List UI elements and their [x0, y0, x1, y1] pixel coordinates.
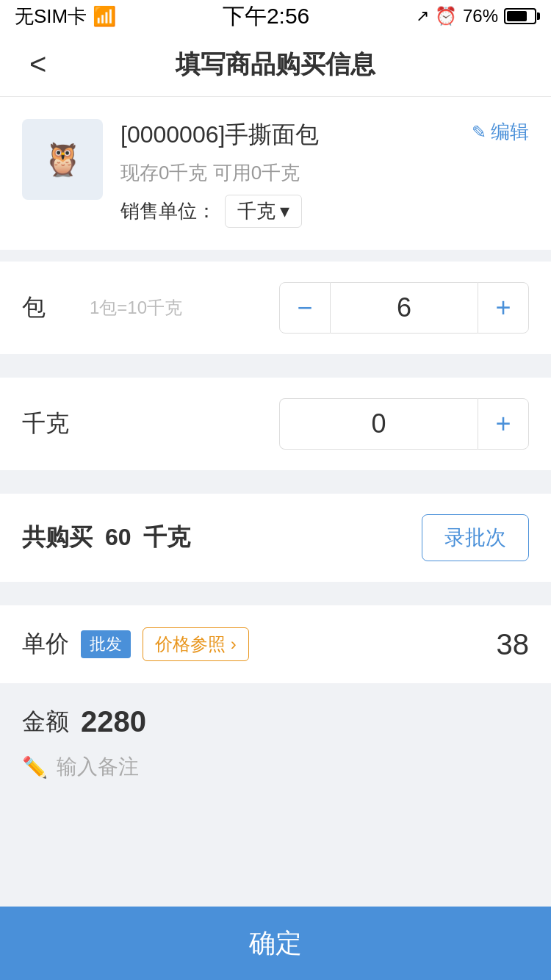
- time-label: 下午2:56: [223, 1, 309, 32]
- page-title: 填写商品购买信息: [176, 48, 375, 82]
- confirm-button[interactable]: 确定: [0, 907, 551, 980]
- note-row[interactable]: ✏️ 输入备注: [22, 753, 529, 781]
- bag-label: 包: [22, 292, 81, 324]
- bag-input-section: 包 1包=10千克 − +: [0, 262, 551, 354]
- batch-button[interactable]: 录批次: [422, 514, 529, 561]
- kg-quantity-control: +: [279, 398, 529, 450]
- amount-label: 金额: [22, 706, 69, 738]
- nav-bar: < 填写商品购买信息: [0, 32, 551, 97]
- product-image: 🦉: [22, 119, 103, 200]
- price-label: 单价: [22, 628, 69, 660]
- bag-input-row: 包 1包=10千克 − +: [0, 262, 551, 354]
- dropdown-arrow-icon: ▾: [280, 200, 289, 223]
- kg-quantity-input[interactable]: [279, 398, 478, 450]
- price-value: 38: [497, 628, 530, 661]
- product-info: [0000006]手撕面包 ✎ 编辑 现存0千克 可用0千克 销售单位： 千克 …: [120, 119, 529, 228]
- battery-icon: [504, 8, 536, 24]
- bag-hint: 1包=10千克: [90, 296, 182, 320]
- edit-icon: ✎: [472, 122, 486, 143]
- divider-3: [0, 594, 551, 605]
- price-type-tag: 批发: [81, 630, 131, 658]
- kg-plus-button[interactable]: +: [478, 398, 529, 450]
- back-button[interactable]: <: [22, 40, 54, 88]
- status-bar: 无SIM卡 📶 下午2:56 ↗ ⏰ 76%: [0, 0, 551, 32]
- price-ref-button[interactable]: 价格参照 ›: [143, 627, 249, 661]
- note-placeholder[interactable]: 输入备注: [57, 753, 139, 781]
- product-logo-icon: 🦉: [43, 140, 83, 179]
- kg-input-row: 千克 +: [0, 378, 551, 470]
- location-icon: ↗: [416, 7, 429, 26]
- kg-input-section: 千克 +: [0, 378, 551, 470]
- price-left: 单价 批发 价格参照 ›: [22, 627, 249, 661]
- amount-value: 2280: [81, 705, 146, 738]
- bag-quantity-input[interactable]: [331, 282, 478, 334]
- amount-row: 金额 2280: [22, 705, 529, 738]
- product-card: 🦉 [0000006]手撕面包 ✎ 编辑 现存0千克 可用0千克 销售单位： 千…: [0, 97, 551, 250]
- price-section: 单价 批发 价格参照 › 38: [0, 605, 551, 683]
- wifi-icon: 📶: [93, 5, 116, 28]
- battery-label: 76%: [463, 6, 498, 26]
- product-stock: 现存0千克 可用0千克: [120, 160, 529, 186]
- product-name: [0000006]手撕面包: [120, 119, 319, 151]
- divider-2: [0, 482, 551, 494]
- alarm-icon: ⏰: [435, 6, 457, 26]
- kg-label: 千克: [22, 408, 81, 440]
- confirm-button-label: 确定: [249, 926, 302, 962]
- bag-minus-button[interactable]: −: [279, 282, 331, 334]
- product-unit-row: 销售单位： 千克 ▾: [120, 195, 529, 228]
- content-area: 🦉 [0000006]手撕面包 ✎ 编辑 现存0千克 可用0千克 销售单位： 千…: [0, 97, 551, 980]
- status-right: ↗ ⏰ 76%: [416, 6, 536, 26]
- bag-plus-button[interactable]: +: [478, 282, 529, 334]
- bag-quantity-control: − +: [279, 282, 529, 334]
- summary-row: 共购买 60 千克 录批次: [0, 494, 551, 582]
- pencil-icon: ✏️: [22, 755, 48, 779]
- price-row: 单价 批发 价格参照 › 38: [22, 627, 529, 661]
- unit-select[interactable]: 千克 ▾: [225, 195, 302, 228]
- summary-text: 共购买 60 千克: [22, 522, 190, 554]
- edit-button[interactable]: ✎ 编辑: [472, 119, 529, 145]
- amount-section: 金额 2280 ✏️ 输入备注: [0, 683, 551, 803]
- carrier-label: 无SIM卡: [15, 4, 87, 29]
- status-left: 无SIM卡 📶: [15, 4, 116, 29]
- divider-1: [0, 366, 551, 378]
